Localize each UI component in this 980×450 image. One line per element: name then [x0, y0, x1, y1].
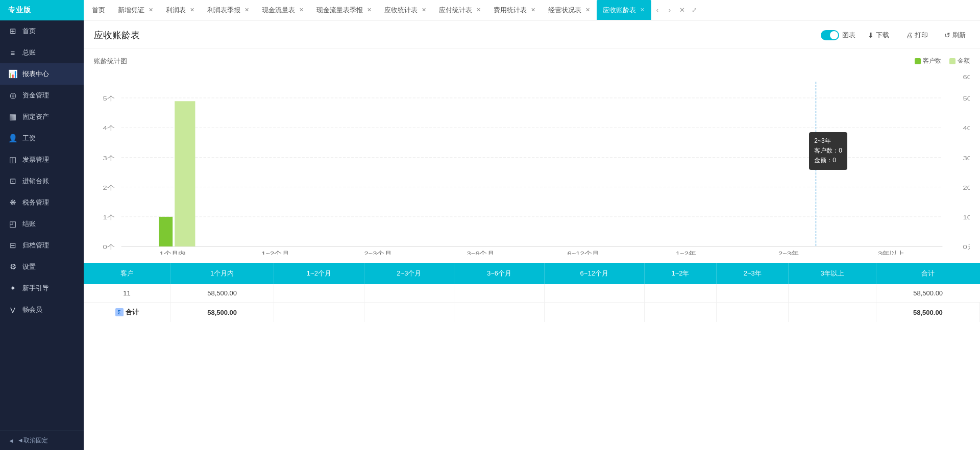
sidebar-label-tax: 税务管理	[22, 198, 49, 207]
col-header-month3-6: 3~6个月	[454, 263, 545, 284]
svg-text:60,000.00元: 60,000.00元	[963, 73, 970, 80]
tab-nav-next[interactable]: ›	[664, 4, 676, 16]
refresh-icon: ↺	[944, 31, 950, 39]
reports-icon: 📊	[8, 69, 17, 79]
chart-container: 账龄统计图 客户数 金额 0个 1个 2个 3个 4个	[84, 48, 980, 263]
svg-text:4个: 4个	[103, 125, 115, 132]
sidebar-label-archive: 归档管理	[22, 241, 49, 250]
close-account-icon: ◰	[8, 219, 17, 229]
tab-cashflow[interactable]: 现金流量表 ✕	[256, 0, 310, 20]
guide-icon: ✦	[8, 284, 17, 293]
cell-month1-2	[274, 284, 364, 303]
sidebar-item-vip[interactable]: V 畅会员	[0, 299, 84, 320]
toggle-sidebar-pin[interactable]: ◄ ◄取消固定	[0, 431, 84, 450]
tab-maximize[interactable]: ⤢	[688, 4, 700, 16]
svg-text:0个: 0个	[103, 244, 115, 251]
cell-total: 58,500.00	[876, 284, 979, 303]
tab-cashflow-quarterly[interactable]: 现金流量表季报 ✕	[310, 0, 378, 20]
tab-close-receivable-stats[interactable]: ✕	[422, 7, 426, 13]
pin-icon: ◄	[8, 437, 14, 444]
tab-close-profit[interactable]: ✕	[190, 7, 194, 13]
chart-legend: 客户数 金额	[915, 57, 970, 65]
cell-year3plus	[789, 284, 876, 303]
table-footer-row: Σ 合计 58,500.00 58,500.00	[84, 303, 980, 322]
svg-text:3年以上: 3年以上	[878, 251, 904, 255]
tax-icon: ❋	[8, 198, 17, 207]
table-container: 客户 1个月内 1~2个月 2~3个月 3~6个月 6~12个月 1~2年 2~…	[84, 263, 980, 322]
assets-icon: ▦	[8, 112, 17, 121]
svg-text:1个月内: 1个月内	[159, 251, 185, 255]
sidebar-label-assets: 固定资产	[22, 112, 49, 121]
tab-profit-quarterly[interactable]: 利润表季报 ✕	[201, 0, 256, 20]
footer-year3plus	[789, 303, 876, 322]
svg-text:50,000.00元: 50,000.00元	[963, 95, 970, 102]
tab-close-expense-stats[interactable]: ✕	[531, 7, 535, 13]
main-area: 首页 新增凭证 ✕ 利润表 ✕ 利润表季报 ✕ 现金流量表 ✕ 现金流量表季报 …	[84, 0, 980, 450]
sidebar-item-close[interactable]: ◰ 结账	[0, 213, 84, 235]
tab-payable-stats[interactable]: 应付统计表 ✕	[433, 0, 487, 20]
sidebar-item-settings[interactable]: ⚙ 设置	[0, 256, 84, 278]
tab-close-payable-stats[interactable]: ✕	[476, 7, 481, 13]
sidebar-item-payroll[interactable]: 👤 工资	[0, 128, 84, 149]
sidebar-label-guide: 新手引导	[22, 284, 49, 293]
tab-close-business-status[interactable]: ✕	[585, 7, 590, 13]
header-actions: 图表 ⬇ 下载 🖨 打印 ↺ 刷新	[821, 29, 970, 42]
sidebar-item-archive[interactable]: ⊟ 归档管理	[0, 235, 84, 256]
sidebar-label-home: 首页	[22, 27, 36, 36]
sidebar-item-invoice[interactable]: ◫ 发票管理	[0, 149, 84, 170]
chart-svg: 0个 1个 2个 3个 4个 5个 0元 10,000.00元 20,000.0…	[94, 71, 970, 255]
tab-profit[interactable]: 利润表 ✕	[160, 0, 201, 20]
col-header-customer: 客户	[84, 263, 170, 284]
print-icon: 🖨	[905, 31, 913, 39]
svg-text:2个: 2个	[103, 184, 115, 191]
page-header: 应收账龄表 图表 ⬇ 下载 🖨 打印 ↺ 刷新	[84, 20, 980, 48]
toggle-track[interactable]	[821, 30, 839, 40]
col-header-month6-12: 6~12个月	[544, 263, 644, 284]
tab-close-all[interactable]: ✕	[676, 4, 688, 16]
sidebar-item-funds[interactable]: ◎ 资金管理	[0, 85, 84, 106]
home-icon: ⊞	[8, 27, 17, 36]
sidebar-item-ledger[interactable]: ≡ 总账	[0, 42, 84, 63]
table-row: 11 58,500.00 58,500.00	[84, 284, 980, 303]
tab-receivable-stats[interactable]: 应收统计表 ✕	[378, 0, 433, 20]
cell-month2-3	[364, 284, 454, 303]
col-header-year2-3: 2~3年	[717, 263, 789, 284]
tab-close-cashflow[interactable]: ✕	[299, 7, 304, 13]
col-header-year3plus: 3年以上	[789, 263, 876, 284]
tab-business-status[interactable]: 经营状况表 ✕	[542, 0, 597, 20]
tab-close-profit-quarterly[interactable]: ✕	[244, 7, 249, 13]
sidebar-item-inventory[interactable]: ⊡ 进销台账	[0, 170, 84, 192]
sidebar-label-payroll: 工资	[22, 134, 36, 143]
payroll-icon: 👤	[8, 134, 17, 143]
tab-expense-stats[interactable]: 费用统计表 ✕	[487, 0, 542, 20]
sidebar-item-tax[interactable]: ❋ 税务管理	[0, 192, 84, 213]
sidebar-item-assets[interactable]: ▦ 固定资产	[0, 106, 84, 128]
print-button[interactable]: 🖨 打印	[901, 29, 932, 42]
refresh-button[interactable]: ↺ 刷新	[940, 29, 970, 42]
svg-text:2~3年: 2~3年	[778, 251, 798, 255]
tab-bar: 首页 新增凭证 ✕ 利润表 ✕ 利润表季报 ✕ 现金流量表 ✕ 现金流量表季报 …	[84, 0, 980, 20]
sidebar-item-reports[interactable]: 📊 报表中心	[0, 63, 84, 85]
tab-new-voucher[interactable]: 新增凭证 ✕	[112, 0, 160, 20]
sidebar-label-settings: 设置	[22, 262, 36, 271]
tab-aging-table[interactable]: 应收账龄表 ✕	[597, 0, 651, 20]
sidebar-label-funds: 资金管理	[22, 91, 49, 100]
invoice-icon: ◫	[8, 155, 17, 164]
cell-year1-2	[644, 284, 716, 303]
tab-home[interactable]: 首页	[86, 0, 112, 20]
tab-close-cashflow-quarterly[interactable]: ✕	[367, 7, 372, 13]
content-area: 应收账龄表 图表 ⬇ 下载 🖨 打印 ↺ 刷新	[84, 20, 980, 450]
chart-toggle[interactable]: 图表	[821, 30, 855, 40]
footer-month2-3	[364, 303, 454, 322]
archive-icon: ⊟	[8, 241, 17, 250]
cell-month6-12	[544, 284, 644, 303]
tab-close-aging-table[interactable]: ✕	[640, 7, 645, 13]
tab-nav-prev[interactable]: ‹	[651, 4, 664, 16]
chart-toggle-label: 图表	[842, 31, 855, 40]
sidebar-item-guide[interactable]: ✦ 新手引导	[0, 278, 84, 299]
sidebar-item-home[interactable]: ⊞ 首页	[0, 20, 84, 42]
tab-close-new-voucher[interactable]: ✕	[149, 7, 153, 13]
download-button[interactable]: ⬇ 下载	[864, 29, 893, 42]
table-header-row: 客户 1个月内 1~2个月 2~3个月 3~6个月 6~12个月 1~2年 2~…	[84, 263, 980, 284]
cell-customer: 11	[84, 284, 170, 303]
